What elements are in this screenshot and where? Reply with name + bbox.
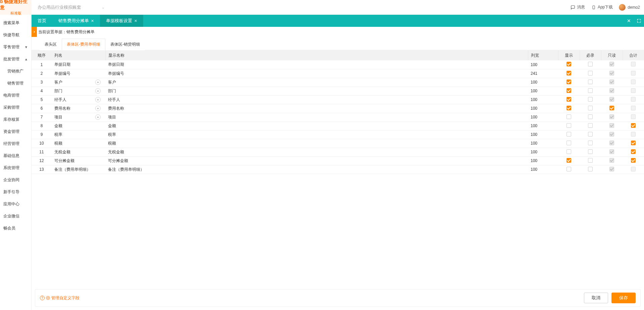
cancel-button[interactable]: 取消 <box>584 293 608 303</box>
checkbox[interactable] <box>588 62 593 66</box>
close-all-tabs-button[interactable]: ✕ <box>624 15 634 27</box>
tenant-selector[interactable]: 办公用品行业模拟账套 ⌄ <box>38 4 105 10</box>
checkbox[interactable] <box>567 141 571 145</box>
cell-display-name[interactable]: 单据日期 <box>105 60 528 69</box>
cell-width[interactable]: 100 <box>528 148 558 156</box>
checkbox[interactable] <box>567 158 571 163</box>
sidebar-item[interactable]: 搜索菜单 <box>0 17 31 29</box>
cell-display-name[interactable]: 无税金额 <box>105 148 528 156</box>
checkbox[interactable] <box>567 71 571 75</box>
sub-tab[interactable]: 表头区 <box>40 39 62 50</box>
sub-tab[interactable]: 表体区-销货明细 <box>105 39 145 50</box>
checkbox[interactable] <box>588 132 593 137</box>
cell-display-name[interactable]: 项目 <box>105 113 528 121</box>
cell-width[interactable]: 100 <box>528 95 558 104</box>
sub-tab[interactable]: 表体区-费用单明细 <box>62 39 105 50</box>
sidebar-item[interactable]: 营销推广 <box>0 65 31 77</box>
checkbox[interactable] <box>588 149 593 154</box>
cell-display-name[interactable]: 费用名称 <box>105 104 528 113</box>
checkbox[interactable] <box>567 149 571 154</box>
cell-width[interactable]: 100 <box>528 87 558 95</box>
sidebar-item[interactable]: 库存核算 <box>0 113 31 125</box>
cell-width[interactable]: 100 <box>528 156 558 165</box>
sidebar-item[interactable]: 新手引导 <box>0 186 31 198</box>
cell-width[interactable]: 100 <box>528 121 558 130</box>
sidebar-item[interactable]: 采购管理 <box>0 101 31 113</box>
checkbox[interactable] <box>567 132 571 137</box>
manage-custom-fields-link[interactable]: ? 管理自定义字段 <box>40 295 79 301</box>
sidebar-item[interactable]: 快捷导航 <box>0 29 31 41</box>
add-icon[interactable]: + <box>95 88 101 94</box>
cell-display-name[interactable]: 单据编号 <box>105 69 528 78</box>
checkbox[interactable] <box>588 114 593 119</box>
cell-width[interactable]: 100 <box>528 130 558 139</box>
checkbox[interactable] <box>609 106 614 110</box>
fullscreen-button[interactable] <box>634 15 644 27</box>
checkbox[interactable] <box>588 97 593 102</box>
cell-width[interactable]: 100 <box>528 139 558 148</box>
cell-width[interactable]: 100 <box>528 78 558 87</box>
checkbox[interactable] <box>631 149 636 154</box>
sidebar-item[interactable]: 基础信息 <box>0 150 31 162</box>
checkbox[interactable] <box>567 123 571 128</box>
sidebar-item[interactable]: 资金管理 <box>0 125 31 138</box>
cell-width[interactable]: 100 <box>528 104 558 113</box>
checkbox[interactable] <box>567 62 571 66</box>
collapse-toggle[interactable] <box>32 27 37 37</box>
checkbox[interactable] <box>567 88 571 93</box>
cell-width[interactable]: 100 <box>528 165 558 174</box>
close-icon[interactable]: ✕ <box>91 19 94 23</box>
checkbox[interactable] <box>567 106 571 110</box>
sidebar-item[interactable]: 批发管理▲ <box>0 53 31 65</box>
checkbox[interactable] <box>588 167 593 171</box>
checkbox[interactable] <box>631 158 636 163</box>
checkbox[interactable] <box>567 114 571 119</box>
add-icon[interactable]: + <box>95 80 101 85</box>
tab[interactable]: 销售费用分摊单✕ <box>52 15 100 27</box>
sidebar-item[interactable]: 销售管理 <box>0 77 31 89</box>
sidebar-item[interactable]: 畅会员 <box>0 222 31 234</box>
sidebar-item[interactable]: 应用中心 <box>0 198 31 210</box>
checkbox[interactable] <box>588 71 593 75</box>
cell-display-name[interactable]: 可分摊金额 <box>105 156 528 165</box>
checkbox[interactable] <box>567 97 571 102</box>
sidebar-item-label: 采购管理 <box>3 105 19 110</box>
cell-display-name[interactable]: 备注（费用单明细） <box>105 165 528 174</box>
sidebar-item[interactable]: 经营管理 <box>0 138 31 150</box>
cell-display-name[interactable]: 部门 <box>105 87 528 95</box>
cell-width[interactable]: 100 <box>528 113 558 121</box>
cell-display-name[interactable]: 经手人 <box>105 95 528 104</box>
add-icon[interactable]: + <box>95 106 101 111</box>
checkbox[interactable] <box>588 123 593 128</box>
checkbox[interactable] <box>567 80 571 84</box>
sidebar-item[interactable]: 企业协同 <box>0 174 31 186</box>
user-menu[interactable]: demo2 <box>619 4 640 11</box>
messages-link[interactable]: 消息 <box>570 4 585 10</box>
cell-width[interactable]: 241 <box>528 69 558 78</box>
tab[interactable]: 单据模板设置✕ <box>100 15 143 27</box>
checkbox[interactable] <box>588 141 593 145</box>
sidebar-item[interactable]: 企业微信 <box>0 210 31 222</box>
checkbox[interactable] <box>588 106 593 110</box>
add-icon[interactable]: + <box>95 114 101 120</box>
cell-display-name[interactable]: 客户 <box>105 78 528 87</box>
checkbox[interactable] <box>588 80 593 84</box>
checkbox[interactable] <box>588 88 593 93</box>
checkbox[interactable] <box>631 141 636 145</box>
cell-width[interactable]: 100 <box>528 60 558 69</box>
app-download-link[interactable]: App下载 <box>591 4 613 10</box>
cell-display-name[interactable]: 金额 <box>105 121 528 130</box>
cell-display-name[interactable]: 税率 <box>105 130 528 139</box>
sidebar-item[interactable]: 系统管理 <box>0 162 31 174</box>
close-icon[interactable]: ✕ <box>134 19 137 23</box>
cell-show <box>558 121 580 130</box>
checkbox[interactable] <box>631 123 636 128</box>
checkbox[interactable] <box>567 167 571 171</box>
sidebar-item[interactable]: 电商管理 <box>0 89 31 101</box>
cell-display-name[interactable]: 税额 <box>105 139 528 148</box>
checkbox[interactable] <box>588 158 593 163</box>
save-button[interactable]: 保存 <box>611 293 636 303</box>
sidebar-item[interactable]: 零售管理▼ <box>0 41 31 53</box>
add-icon[interactable]: + <box>95 97 101 102</box>
tab[interactable]: 首页 <box>32 15 52 27</box>
